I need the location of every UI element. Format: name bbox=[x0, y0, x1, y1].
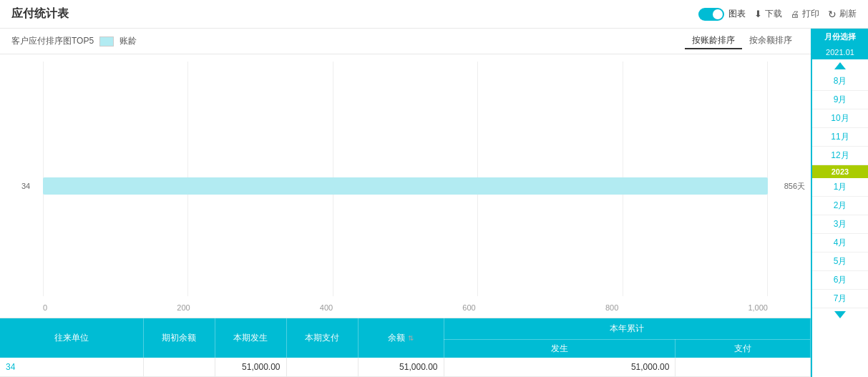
sidebar-down-button[interactable] bbox=[812, 308, 868, 321]
legend-box bbox=[99, 36, 114, 46]
x-axis: 0 200 400 600 800 1,000 bbox=[43, 303, 768, 312]
refresh-button[interactable]: 刷新 bbox=[828, 8, 857, 20]
data-table: 往来单位 期初余额 本期发生 本期支付 余额 ⇅ 本年累计 bbox=[0, 318, 811, 377]
x-tick: 1,000 bbox=[748, 303, 768, 312]
x-tick: 0 bbox=[43, 303, 47, 312]
sidebar-title: 月份选择 bbox=[812, 29, 868, 45]
sidebar-month-1[interactable]: 1月 bbox=[812, 178, 868, 197]
bar-y-label: 34 bbox=[21, 182, 30, 190]
balance-col-label: 余额 bbox=[388, 332, 405, 344]
print-button[interactable]: 打印 bbox=[791, 8, 819, 20]
download-label: 下载 bbox=[765, 8, 782, 20]
cell-occurred: 51,000.00 bbox=[215, 358, 286, 377]
cell-payment bbox=[286, 358, 358, 377]
sidebar-up-button[interactable] bbox=[812, 59, 868, 72]
chart-area: 34 856天 0 200 400 600 800 1,000 bbox=[0, 54, 811, 318]
sidebar-month-8[interactable]: 8月 bbox=[812, 72, 868, 91]
sidebar-month-10[interactable]: 10月 bbox=[812, 109, 868, 128]
chart-toggle-wrap: 图表 bbox=[698, 8, 746, 21]
chart-legend: 客户应付排序图TOP5 账龄 bbox=[11, 35, 137, 47]
cell-cum-payment bbox=[676, 358, 811, 377]
refresh-icon bbox=[828, 9, 837, 20]
legend-text: 账龄 bbox=[120, 35, 137, 47]
sidebar-year-tag: 2023 bbox=[812, 165, 868, 178]
balance-sort-icon[interactable]: ⇅ bbox=[408, 334, 414, 342]
download-icon bbox=[754, 9, 762, 19]
cell-opening bbox=[143, 358, 215, 377]
legend-title: 客户应付排序图TOP5 bbox=[11, 35, 94, 47]
x-tick: 400 bbox=[320, 303, 333, 312]
cell-unit: 34 bbox=[0, 358, 143, 377]
x-tick: 200 bbox=[177, 303, 190, 312]
print-icon bbox=[791, 9, 799, 19]
print-label: 打印 bbox=[802, 8, 819, 20]
bar-row: 34 856天 bbox=[43, 176, 768, 196]
header-actions: 图表 下载 打印 刷新 bbox=[698, 8, 857, 21]
sidebar-month-12[interactable]: 12月 bbox=[812, 147, 868, 165]
up-arrow-icon bbox=[834, 62, 846, 69]
col-payment-header: 本期支付 bbox=[286, 318, 358, 358]
col-unit-header: 往来单位 bbox=[0, 318, 143, 358]
page-title: 应付统计表 bbox=[11, 6, 69, 21]
col-cumulative-header: 本年累计 bbox=[444, 318, 811, 340]
unit-link[interactable]: 34 bbox=[6, 362, 15, 372]
cell-balance: 51,000.00 bbox=[358, 358, 444, 377]
sidebar-month-4[interactable]: 4月 bbox=[812, 234, 868, 253]
sidebar-month-7[interactable]: 7月 bbox=[812, 290, 868, 308]
col-balance-header: 余额 ⇅ bbox=[358, 318, 444, 358]
down-arrow-icon bbox=[834, 311, 846, 318]
sidebar-period: 2021.01 bbox=[812, 45, 868, 59]
x-tick: 800 bbox=[605, 303, 618, 312]
toggle-label: 图表 bbox=[728, 8, 746, 20]
bar-end-label: 856天 bbox=[784, 181, 805, 192]
sidebar-month-5[interactable]: 5月 bbox=[812, 253, 868, 271]
chart-top: 客户应付排序图TOP5 账龄 按账龄排序 按余额排序 bbox=[0, 29, 811, 54]
cell-cum-occurred: 51,000.00 bbox=[444, 358, 676, 377]
col-opening-header: 期初余额 bbox=[143, 318, 215, 358]
sidebar-month-6[interactable]: 6月 bbox=[812, 271, 868, 290]
month-sidebar: 月份选择 2021.01 8月 9月 10月 11月 12月 2023 1月 2… bbox=[811, 29, 868, 377]
col-cum-payment-header: 支付 bbox=[676, 340, 811, 358]
sort-by-balance-btn[interactable]: 按余额排序 bbox=[742, 33, 799, 49]
sidebar-month-11[interactable]: 11月 bbox=[812, 128, 868, 147]
col-cum-occurred-header: 发生 bbox=[444, 340, 676, 358]
bar-fill bbox=[43, 177, 768, 195]
col-occurred-header: 本期发生 bbox=[215, 318, 286, 358]
refresh-label: 刷新 bbox=[839, 8, 857, 20]
sidebar-month-3[interactable]: 3月 bbox=[812, 215, 868, 234]
sidebar-month-2[interactable]: 2月 bbox=[812, 197, 868, 215]
chart-toggle[interactable] bbox=[698, 8, 724, 21]
x-tick: 600 bbox=[462, 303, 475, 312]
table-row: 34 51,000.00 51,000.00 51,000.00 bbox=[0, 358, 811, 377]
sidebar-month-9[interactable]: 9月 bbox=[812, 91, 868, 109]
sort-by-amount-btn[interactable]: 按账龄排序 bbox=[685, 33, 742, 49]
sort-buttons: 按账龄排序 按余额排序 bbox=[685, 33, 799, 49]
download-button[interactable]: 下载 bbox=[754, 8, 782, 20]
